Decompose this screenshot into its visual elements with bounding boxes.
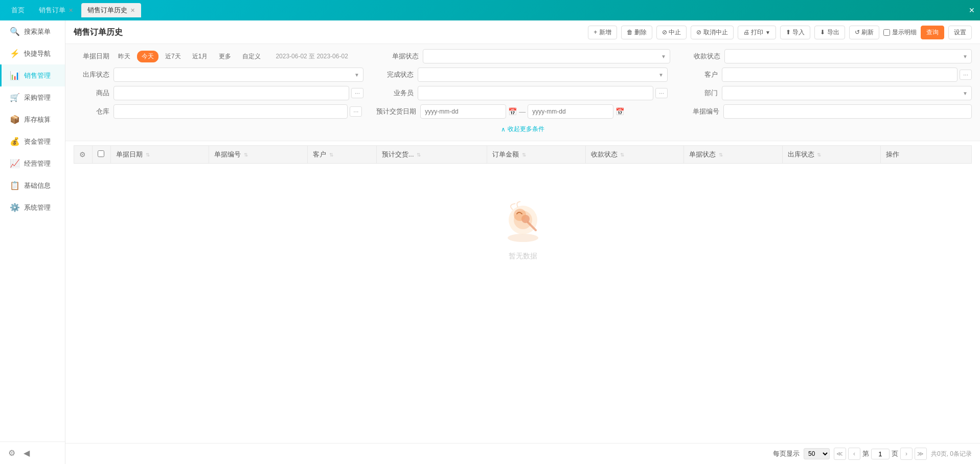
date-btn-custom[interactable]: 自定义 <box>238 51 265 62</box>
goods-input[interactable] <box>113 86 349 100</box>
order-status-select[interactable] <box>423 49 670 63</box>
warehouse-ellipsis-btn[interactable]: ··· <box>350 106 362 117</box>
calendar-start-icon[interactable]: 📅 <box>508 107 517 116</box>
payment-status-select[interactable] <box>724 49 972 63</box>
salesperson-field: ··· <box>418 86 668 100</box>
close-window-icon[interactable]: ✕ <box>969 6 975 14</box>
th-date: 单据日期 ⇅ <box>111 146 209 164</box>
sidebar-item-sales-mgmt[interactable]: 📊 销售管理 <box>0 64 65 86</box>
next-page-btn[interactable]: › <box>900 448 913 460</box>
department-select[interactable] <box>722 86 972 100</box>
display-cols-checkbox[interactable] <box>883 29 890 36</box>
order-number-label: 单据编号 <box>683 107 719 116</box>
sidebar-item-operations[interactable]: 📈 经营管理 <box>0 152 65 174</box>
query-button[interactable]: 查询 <box>921 26 944 39</box>
order-number-input[interactable] <box>723 104 972 119</box>
empty-illustration <box>497 194 549 246</box>
date-btn-7days[interactable]: 近7天 <box>161 51 186 62</box>
tab-home-label: 首页 <box>11 6 25 15</box>
sort-payment-icon[interactable]: ⇅ <box>620 152 624 158</box>
sort-expected-icon[interactable]: ⇅ <box>417 152 421 158</box>
tab-sales-order-history-label: 销售订单历史 <box>87 6 127 15</box>
salesperson-input[interactable] <box>418 86 653 100</box>
date-btn-1month[interactable]: 近1月 <box>188 51 213 62</box>
sort-amount-icon[interactable]: ⇅ <box>522 152 526 158</box>
sidebar-item-search-menu[interactable]: 🔍 搜索菜单 <box>0 20 65 42</box>
cancel-stop-button[interactable]: ⊘ 取消中止 <box>691 26 733 39</box>
sort-order-status-icon[interactable]: ⇅ <box>719 152 723 158</box>
select-all-checkbox[interactable] <box>98 150 104 157</box>
new-button[interactable]: + 新增 <box>588 26 617 39</box>
expected-delivery-end[interactable] <box>528 104 613 119</box>
sidebar-item-purchase-mgmt[interactable]: 🛒 采购管理 <box>0 86 65 108</box>
sidebar-item-finance-label: 资金管理 <box>24 137 51 146</box>
th-customer-label: 客户 <box>313 150 326 158</box>
customer-input[interactable] <box>722 68 958 82</box>
sort-customer-icon[interactable]: ⇅ <box>329 152 333 158</box>
date-btn-more[interactable]: 更多 <box>214 51 236 62</box>
collapse-conditions[interactable]: ∧ 收起更多条件 <box>74 123 972 136</box>
sort-date-icon[interactable]: ⇅ <box>146 152 150 158</box>
salesperson-ellipsis-btn[interactable]: ··· <box>655 88 668 98</box>
sidebar-collapse-icon[interactable]: ◀ <box>24 448 30 458</box>
th-payment-status-label: 收款状态 <box>591 150 618 158</box>
th-delivery-status-label: 出库状态 <box>788 150 814 158</box>
th-checkbox <box>93 146 111 164</box>
first-page-btn[interactable]: ≪ <box>834 448 846 460</box>
calendar-end-icon[interactable]: 📅 <box>616 107 624 116</box>
th-number-label: 单据编号 <box>214 150 241 158</box>
footer: 每页显示 50 10 20 100 ≪ ‹ 第 页 › ≫ 共0页, 0条记录 <box>65 443 980 464</box>
sidebar-item-base-info[interactable]: 📋 基础信息 <box>0 174 65 196</box>
current-page-input[interactable] <box>871 449 890 459</box>
sidebar-item-sales-label: 销售管理 <box>24 71 51 80</box>
sidebar-item-quick-nav[interactable]: ⚡ 快捷导航 <box>0 42 65 64</box>
sidebar-settings-icon[interactable]: ⚙ <box>8 448 15 458</box>
tab-home[interactable]: 首页 <box>5 3 31 17</box>
display-cols-toggle[interactable]: 显示明细 <box>883 28 917 37</box>
top-right-controls: ✕ <box>969 6 975 14</box>
purchase-icon: 🛒 <box>10 93 20 102</box>
delivery-status-select[interactable] <box>113 68 363 82</box>
operations-icon: 📈 <box>10 159 20 168</box>
export-button[interactable]: ⬇ 导出 <box>814 26 845 39</box>
tab-sales-order-history[interactable]: 销售订单历史 ✕ <box>81 3 141 17</box>
date-filter-wrap: 昨天 今天 近7天 近1月 更多 自定义 <box>113 51 267 62</box>
delete-button[interactable]: 🗑 删除 <box>621 26 652 39</box>
date-btn-yesterday[interactable]: 昨天 <box>113 51 135 62</box>
print-dropdown-icon[interactable]: ▼ <box>765 30 770 35</box>
order-number-field <box>723 104 972 119</box>
warehouse-field: ··· <box>113 104 362 119</box>
completion-status-label: 完成状态 <box>378 70 414 79</box>
sidebar-item-inventory[interactable]: 📦 库存核算 <box>0 108 65 130</box>
tab-sales-order-close[interactable]: ✕ <box>69 8 73 13</box>
tab-sales-order[interactable]: 销售订单 ✕ <box>33 3 79 17</box>
sort-number-icon[interactable]: ⇅ <box>244 152 248 158</box>
prev-page-btn[interactable]: ‹ <box>848 448 860 460</box>
department-select-wrap: ▼ <box>722 86 972 100</box>
page-label: 第 <box>862 449 869 458</box>
th-payment-status: 收款状态 ⇅ <box>585 146 683 164</box>
tab-sales-order-history-close[interactable]: ✕ <box>130 8 135 13</box>
warehouse-label: 仓库 <box>74 107 109 116</box>
sort-delivery-icon[interactable]: ⇅ <box>817 152 821 158</box>
customer-ellipsis-btn[interactable]: ··· <box>960 70 972 80</box>
page-size-select[interactable]: 50 10 20 100 <box>804 448 830 459</box>
customer-field: ··· <box>722 68 972 82</box>
completion-status-select[interactable] <box>418 68 668 82</box>
empty-state: 暂无数据 <box>74 164 972 292</box>
import-button[interactable]: ⬆ 导入 <box>780 26 810 39</box>
last-page-btn[interactable]: ≫ <box>915 448 927 460</box>
print-button[interactable]: 🖨 打印 ▼ <box>738 26 776 39</box>
sidebar-item-quick-nav-label: 快捷导航 <box>24 49 51 58</box>
stop-button[interactable]: ⊘ 中止 <box>656 26 687 39</box>
date-btn-today[interactable]: 今天 <box>137 51 158 62</box>
sidebar-item-system[interactable]: ⚙️ 系统管理 <box>0 196 65 218</box>
table-settings-icon[interactable]: ⚙ <box>79 150 86 159</box>
settings-button[interactable]: 设置 <box>948 26 972 39</box>
warehouse-input[interactable] <box>113 104 348 119</box>
filter-area: 单据日期 昨天 今天 近7天 近1月 更多 自定义 2023-06-02 至 2… <box>65 44 980 141</box>
expected-delivery-start[interactable] <box>420 104 506 119</box>
refresh-button[interactable]: ↺ 刷新 <box>849 26 879 39</box>
sidebar-item-finance[interactable]: 💰 资金管理 <box>0 130 65 152</box>
goods-ellipsis-btn[interactable]: ··· <box>351 88 363 98</box>
